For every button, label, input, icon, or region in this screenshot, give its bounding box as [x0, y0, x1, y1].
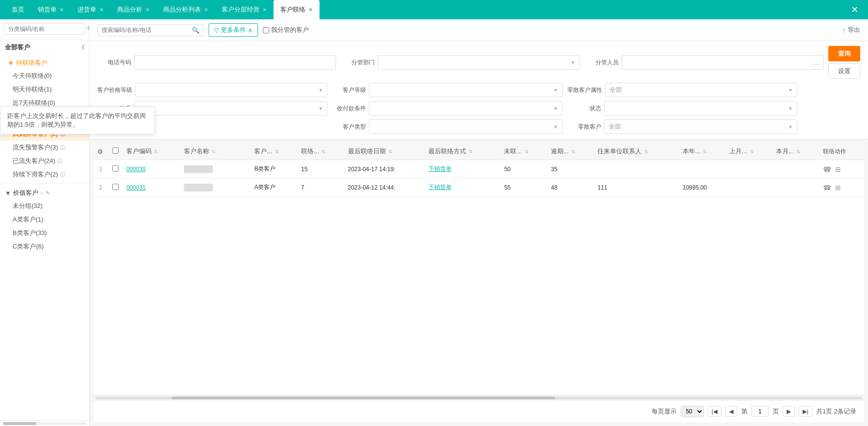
- table-scroll-area[interactable]: ⚙ 客户编码 ⇅ 客户名称 ⇅ 客户...: [93, 143, 864, 395]
- type-sort-icon[interactable]: ⇅: [275, 149, 279, 154]
- table-settings-icon[interactable]: ⚙: [97, 148, 103, 155]
- not-contacted-sort-icon[interactable]: ⇅: [525, 149, 529, 154]
- sidebar-today-contact[interactable]: 今天待联络(0): [0, 69, 89, 83]
- filter-status-select[interactable]: ▼: [604, 101, 797, 116]
- filter-department: 分管部门 ▼: [341, 55, 579, 70]
- th-this-month: 本月... ⇅: [772, 143, 819, 160]
- sidebar-value-group[interactable]: ▼ 价值客户 ○ ✎: [0, 186, 89, 199]
- row1-last-method[interactable]: 下销货单: [425, 160, 501, 178]
- value-group-settings-icon[interactable]: ✎: [46, 190, 50, 196]
- sidebar-declining[interactable]: 持续下滑客户(2) ⓘ: [0, 168, 89, 181]
- overdue-sort-icon[interactable]: ⇅: [571, 149, 575, 154]
- this-year-sort-icon[interactable]: ⇅: [703, 149, 707, 154]
- sidebar-class-b[interactable]: B类客户(33): [0, 226, 89, 240]
- sidebar-ungrouped[interactable]: 未分组(32): [0, 199, 89, 213]
- filter-price-grade-select[interactable]: ▼: [135, 83, 327, 97]
- my-customer-checkbox-area[interactable]: 我分管的客户: [263, 26, 309, 34]
- filter-retail-customer-select[interactable]: 全部 ▼: [604, 119, 797, 134]
- more-filter-button[interactable]: ▽ 更多条件 ∧: [209, 23, 258, 37]
- sidebar-class-c[interactable]: C类客户(6): [0, 240, 89, 253]
- sidebar-waiting-contact-group[interactable]: ▼ 待联络客户: [0, 56, 89, 69]
- my-customer-checkbox[interactable]: [263, 27, 269, 33]
- row2-grid-icon[interactable]: ⊞: [835, 184, 841, 191]
- sidebar-all-customers-header[interactable]: 全部客户 《: [0, 39, 89, 56]
- next-page-button[interactable]: ▶: [783, 406, 795, 417]
- row2-action: ☎ ⊞: [819, 178, 864, 197]
- churn-warning-info-icon[interactable]: ⓘ: [60, 144, 65, 151]
- close-sales-icon[interactable]: ✕: [60, 7, 64, 13]
- filter-nature-select[interactable]: ▼: [134, 101, 327, 116]
- prev-page-button[interactable]: ◀: [725, 406, 737, 417]
- declining-info-icon[interactable]: ⓘ: [60, 171, 65, 178]
- sidebar-churned[interactable]: 已流失客户(24) ⓘ: [0, 154, 89, 168]
- close-customer-segment-icon[interactable]: ✕: [262, 7, 267, 13]
- manager-more-icon[interactable]: ...: [814, 59, 819, 66]
- nav-product-list[interactable]: 商品分析列表 ✕: [156, 0, 215, 19]
- row1-code[interactable]: 000039: [122, 160, 180, 178]
- select-all-checkbox[interactable]: [112, 147, 119, 154]
- sidebar-class-a[interactable]: A类客户(1): [0, 213, 89, 226]
- department-down-icon: ▼: [571, 60, 576, 65]
- value-group-edit-icon[interactable]: ○: [40, 190, 44, 196]
- th-code: 客户编码 ⇅: [122, 143, 180, 160]
- customer-table: ⚙ 客户编码 ⇅ 客户名称 ⇅ 客户...: [93, 143, 864, 197]
- th-unit-contact: 往来单位联系人 ⇅: [594, 143, 679, 160]
- close-purchase-icon[interactable]: ✕: [99, 7, 104, 13]
- nav-customer-contact[interactable]: 客户联络 ✕: [274, 0, 320, 19]
- filter-payment-select[interactable]: ▼: [369, 101, 562, 116]
- filter-department-select[interactable]: ▼: [378, 55, 579, 70]
- export-button[interactable]: ↑ 导出: [843, 26, 861, 34]
- unit-contact-sort-icon[interactable]: ⇅: [644, 149, 648, 154]
- nav-purchase[interactable]: 进货单 ✕: [71, 0, 110, 19]
- horizontal-scrollbar[interactable]: [93, 395, 864, 400]
- row2-code[interactable]: 000031: [122, 178, 180, 197]
- sidebar-search-input[interactable]: [4, 23, 85, 35]
- churned-info-icon[interactable]: ⓘ: [57, 158, 62, 165]
- row1-checkbox-cell[interactable]: [108, 160, 122, 178]
- page-input[interactable]: [751, 406, 769, 417]
- filter-manager-select[interactable]: ...: [622, 55, 823, 70]
- nav-home[interactable]: 首页: [5, 0, 31, 19]
- nav-product-analysis[interactable]: 商品分析 ✕: [110, 0, 156, 19]
- last-page-button[interactable]: ▶|: [799, 406, 812, 417]
- row2-checkbox[interactable]: [112, 184, 119, 190]
- row1-phone-icon[interactable]: ☎: [823, 165, 831, 173]
- this-month-sort-icon[interactable]: ⇅: [796, 149, 800, 154]
- contact-sort-icon[interactable]: ⇅: [321, 149, 325, 154]
- search-bar[interactable]: 🔍: [97, 24, 204, 36]
- retail-attr-down-icon: ▼: [788, 88, 793, 93]
- row1-checkbox[interactable]: [112, 165, 119, 172]
- filter-phone: 电话号码: [97, 55, 336, 70]
- row2-last-method[interactable]: 下销货单: [425, 178, 501, 197]
- th-checkbox[interactable]: [108, 143, 122, 160]
- query-button[interactable]: 查询: [828, 46, 860, 61]
- row2-phone-icon[interactable]: ☎: [823, 184, 831, 191]
- filter-retail-attr-select[interactable]: 全部 ▼: [605, 83, 797, 97]
- last-date-sort-icon[interactable]: ⇅: [388, 149, 392, 154]
- sidebar-churn-warning[interactable]: 流失预警客户(3) ⓘ: [0, 141, 89, 154]
- filter-customer-type-select[interactable]: ▼: [369, 119, 562, 134]
- search-bar-icon[interactable]: 🔍: [192, 27, 199, 34]
- scrollbar-thumb[interactable]: [172, 397, 555, 399]
- close-product-analysis-icon[interactable]: ✕: [145, 7, 150, 13]
- last-method-sort-icon[interactable]: ⇅: [469, 149, 472, 154]
- filter-customer-grade-select[interactable]: ▼: [369, 83, 562, 97]
- name-sort-icon[interactable]: ⇅: [212, 149, 215, 154]
- search-input[interactable]: [102, 27, 192, 33]
- row1-grid-icon[interactable]: ⊞: [835, 165, 841, 173]
- first-page-button[interactable]: |◀: [708, 406, 721, 417]
- nav-sales[interactable]: 销货单 ✕: [31, 0, 71, 19]
- sidebar-collapse-icon[interactable]: 《: [79, 44, 84, 51]
- code-sort-icon[interactable]: ⇅: [154, 149, 158, 154]
- row2-checkbox-cell[interactable]: [108, 178, 122, 197]
- sidebar-tomorrow-contact[interactable]: 明天待联络(1): [0, 83, 89, 96]
- set-button[interactable]: 设置: [828, 63, 860, 79]
- th-settings[interactable]: ⚙: [93, 143, 108, 160]
- close-product-list-icon[interactable]: ✕: [204, 7, 208, 13]
- nav-customer-segment[interactable]: 客户分层经营 ✕: [215, 0, 274, 19]
- last-month-sort-icon[interactable]: ⇅: [750, 149, 754, 154]
- close-customer-contact-icon[interactable]: ✕: [308, 7, 313, 13]
- close-all-button[interactable]: ✕: [846, 4, 863, 15]
- filter-phone-input[interactable]: [134, 55, 336, 70]
- per-page-select[interactable]: 50: [681, 406, 704, 417]
